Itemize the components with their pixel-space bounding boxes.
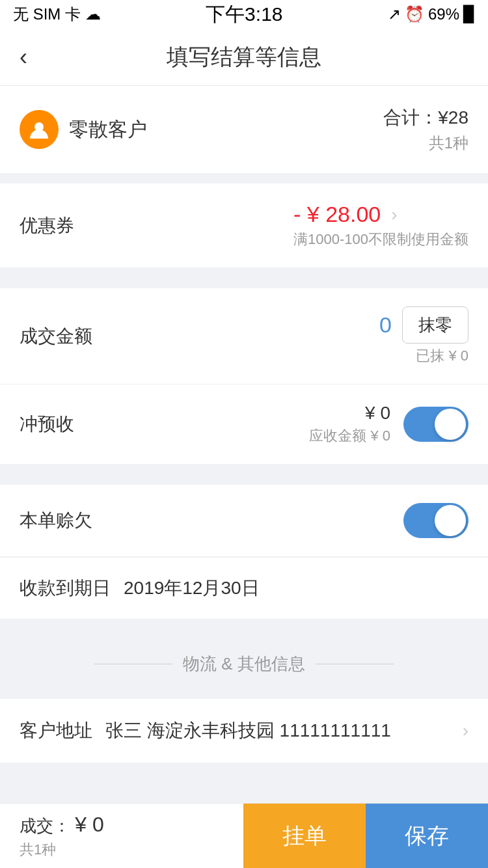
due-date-label: 收款到期日 (20, 576, 111, 601)
logistics-divider: 物流 & 其他信息 (0, 640, 488, 688)
address-label: 客户地址 (20, 718, 92, 743)
bottom-count: 共1种 (20, 840, 224, 860)
due-date-row: 收款到期日 2019年12月30日 (0, 557, 488, 619)
advance-payment-row: 冲预收 ¥ 0 应收金额 ¥ 0 (0, 385, 488, 464)
status-left: 无 SIM 卡 ☁ (13, 4, 101, 25)
chevron-right-icon: › (391, 204, 397, 225)
round-zero-button[interactable]: 抹零 (402, 306, 468, 344)
advance-payment-toggle[interactable] (403, 407, 468, 442)
back-button[interactable]: ‹ (20, 44, 27, 71)
address-row[interactable]: 客户地址 张三 海淀永丰科技园 11111111111 › (0, 699, 488, 763)
advance-payment-sub: 应收金额 ¥ 0 (309, 426, 390, 446)
user-icon (27, 118, 51, 141)
bottom-summary: 成交： ¥ 0 共1种 (0, 813, 243, 860)
customer-left: 零散客户 (20, 110, 147, 149)
advance-payment-right: ¥ 0 应收金额 ¥ 0 (309, 403, 468, 446)
customer-total: 合计：¥28 (383, 105, 468, 130)
debt-section: 本单赊欠 收款到期日 2019年12月30日 (0, 485, 488, 619)
due-date-value: 2019年12月30日 (124, 576, 260, 601)
address-chevron-icon: › (463, 720, 468, 741)
divider-3 (0, 629, 488, 640)
deal-amount-wrap: 0 抹零 (379, 306, 468, 344)
hang-order-button[interactable]: 挂单 (243, 804, 366, 869)
advance-payment-amount: ¥ 0 (309, 403, 390, 424)
customer-count: 共1种 (383, 133, 468, 154)
battery-icon: ▉ (463, 5, 475, 23)
coupon-right: - ¥ 28.00 › 满1000-100不限制使用金额 (293, 202, 468, 249)
coupon-discount: - ¥ 28.00 (293, 202, 381, 227)
toggle-knob (435, 409, 466, 440)
customer-avatar (20, 110, 59, 149)
page-title: 填写结算等信息 (167, 42, 321, 72)
bottom-deal-amount: ¥ 0 (75, 813, 103, 836)
customer-right: 合计：¥28 共1种 (383, 105, 468, 154)
amount-section: 成交金额 0 抹零 已抹 ¥ 0 冲预收 ¥ 0 应收金额 ¥ 0 (0, 288, 488, 464)
deal-amount-label: 成交金额 (20, 324, 92, 349)
bottom-summary-top: 成交： ¥ 0 (20, 813, 224, 837)
nav-bar: ‹ 填写结算等信息 (0, 29, 488, 86)
deal-amount-right: 0 抹零 已抹 ¥ 0 (379, 306, 468, 366)
customer-name: 零散客户 (69, 116, 147, 143)
deal-amount-sub: 已抹 ¥ 0 (379, 346, 468, 366)
coupon-row[interactable]: 优惠券 - ¥ 28.00 › 满1000-100不限制使用金额 (0, 183, 488, 267)
status-right: ↗ ⏰ 69% ▉ (388, 5, 475, 23)
debt-toggle[interactable] (403, 503, 468, 538)
save-button[interactable]: 保存 (366, 804, 488, 869)
deal-amount-value: 0 (379, 312, 392, 338)
bottom-bar: 成交： ¥ 0 共1种 挂单 保存 (0, 803, 488, 868)
content: 零散客户 合计：¥28 共1种 优惠券 - ¥ 28.00 › 满1000-10… (0, 86, 488, 841)
debt-toggle-knob (435, 505, 466, 536)
battery-text: 69% (428, 5, 459, 23)
logistics-label: 物流 & 其他信息 (183, 653, 305, 675)
divider-4 (0, 688, 488, 699)
coupon-section: 优惠券 - ¥ 28.00 › 满1000-100不限制使用金额 (0, 183, 488, 267)
coupon-label: 优惠券 (20, 213, 74, 238)
coupon-description: 满1000-100不限制使用金额 (293, 230, 468, 249)
address-value: 张三 海淀永丰科技园 11111111111 (105, 718, 450, 743)
divider-1 (0, 278, 488, 288)
customer-section: 零散客户 合计：¥28 共1种 (0, 86, 488, 173)
debt-label: 本单赊欠 (20, 508, 92, 533)
logistics-divider-line: 物流 & 其他信息 (0, 653, 488, 675)
deal-amount-row: 成交金额 0 抹零 已抹 ¥ 0 (0, 288, 488, 385)
bottom-deal-label: 成交： (20, 816, 70, 835)
alarm-icon: ⏰ (405, 5, 424, 23)
location-icon: ↗ (388, 5, 401, 23)
advance-payment-label: 冲预收 (20, 412, 74, 437)
debt-row: 本单赊欠 (0, 485, 488, 557)
advance-payment-info: ¥ 0 应收金额 ¥ 0 (309, 403, 390, 446)
status-bar: 无 SIM 卡 ☁ 下午3:18 ↗ ⏰ 69% ▉ (0, 0, 488, 29)
status-time: 下午3:18 (206, 1, 282, 28)
divider-2 (0, 474, 488, 485)
sim-status: 无 SIM 卡 ☁ (13, 4, 101, 25)
